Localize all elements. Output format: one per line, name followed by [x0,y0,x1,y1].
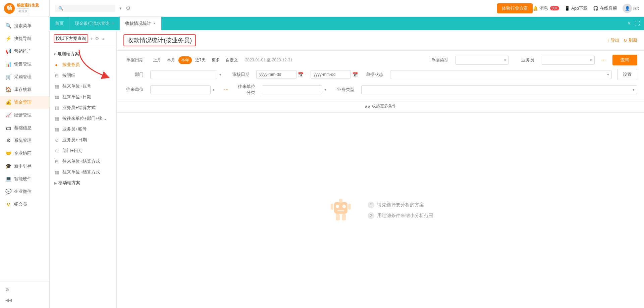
user-area[interactable]: 👤 Rit [623,4,639,13]
svg-point-1 [336,205,339,208]
sidebar-item-marketing-label: 营销推广 [14,48,32,54]
date-tab-7days[interactable]: 近7天 [193,56,208,64]
bank-tab-label: 现金银行流水查询 [75,20,110,27]
panel-add-btn[interactable]: + [90,36,93,41]
sidebar-item-quick-nav[interactable]: ⚡ 快捷导航 [0,32,49,45]
tree-item-unit-settle-label: 往来单位+结算方式 [62,158,100,164]
sidebar-item-operation[interactable]: 📈 经营管理 [0,109,49,121]
partner-class-select-wrap [262,85,329,94]
tree-item-unit-dept[interactable]: ▦ 按往来单位+部门+收... [50,113,116,124]
sidebar-item-corp[interactable]: 🤝 企业协同 [0,147,49,160]
query-btn[interactable]: 查询 [612,55,637,65]
review-date-start[interactable] [256,70,297,79]
sidebar-collapse-btn[interactable]: ◀◀ [0,295,49,305]
settings-btn-area: 设置 [617,69,637,80]
tab-fullscreen-btn[interactable]: ⛶ [635,20,640,27]
collapse-label: 收起更多条件 [372,103,396,109]
sidebar-item-vip-label: 畅会员 [14,201,27,207]
sidebar-item-hardware[interactable]: 💻 智能硬件 [0,172,49,185]
date-tab-more[interactable]: 更多 [209,56,222,64]
staff-more-btn[interactable]: ··· [600,57,607,63]
tree-item-unit-settle[interactable]: ⊞ 往来单位+结算方式 [50,156,116,167]
online-service-btn[interactable]: 🎧 在线客服 [593,5,617,11]
collection-tab-close[interactable]: × [153,21,156,26]
svg-rect-6 [348,204,351,210]
tree-item-us-icon: ⊞ [55,159,60,164]
tree-item-staff-settle[interactable]: ▥ 业务员+结算方式 [50,102,116,113]
logo-badge: 标准版 [17,8,29,14]
quick-nav-icon: ⚡ [5,36,11,42]
tree-item-dept-date[interactable]: ⊙ 部门+日期 [50,145,116,156]
tree-item-by-staff[interactable]: ● 按业务员 [50,59,116,70]
sidebar-item-basic[interactable]: 🗃 基础信息 [0,121,49,134]
tree-item-unit-date[interactable]: ▦ 往来单位+日期 [50,92,116,102]
sidebar-settings-btn[interactable]: ⚙ [0,285,49,295]
partner-select[interactable] [150,85,211,94]
date-tab-this-year[interactable]: 本年 [178,56,192,64]
date-tab-this-month[interactable]: 本月 [164,56,178,64]
sidebar-item-vip[interactable]: V 畅会员 [0,198,49,211]
partner-class-select[interactable] [262,85,322,94]
sidebar-item-system[interactable]: ⚙ 系统管理 [0,134,49,147]
sidebar-item-marketing[interactable]: 📢 营销推广 [0,45,49,58]
query-btn-area: 查询 [612,55,637,65]
date-tab-custom[interactable]: 自定义 [223,56,240,64]
tab-collection[interactable]: 收款情况统计 × [120,17,161,30]
collapse-bottom-icon: ◀◀ [5,298,12,303]
refresh-btn[interactable]: ↻ 刷新 [624,37,637,43]
date-tab-last-month[interactable]: 上月 [150,56,164,64]
panel-collapse-btn[interactable]: « [101,36,104,41]
sidebar-item-guide[interactable]: 🎓 新手引导 [0,160,49,172]
topbar-search-area[interactable]: 🔍 [55,5,115,12]
tab-bank[interactable]: 现金银行流水查询 × [69,17,120,30]
sidebar-item-inventory[interactable]: 🏠 库存核算 [0,83,49,96]
tab-close-all-btn[interactable]: × [628,20,631,27]
topbar-settings-icon[interactable]: ⚙ [126,5,130,11]
topbar-left: 🔍 ▾ ⚙ [55,5,130,12]
tree-item-unit-settle2[interactable]: ▦ 往来单位+结算方式 [50,167,116,177]
partner-more-btn[interactable]: ··· [223,87,230,93]
tree-item-unit-account[interactable]: ▦ 往来单位+账号 [50,81,116,92]
tree-item-staff-date[interactable]: ⊙ 业务员+日期 [50,135,116,145]
sidebar-item-purchase[interactable]: 🛒 采购管理 [0,70,49,83]
sidebar-item-sales[interactable]: 📊 销售管理 [0,58,49,70]
tree-group-desktop-label: 电脑端方案 [57,51,79,57]
review-date-end[interactable] [311,70,351,79]
trial-btn[interactable]: 体验行业方案 [497,3,533,13]
service-icon: 🎧 [593,6,598,11]
content-area: 按以下方案查询 + ⚙ « ▾ 电脑端方案 ● 按业务员 ⊞ 按明细 ▦ 往来 [50,30,644,308]
doc-type-select[interactable] [455,56,509,65]
bank-tab-close[interactable]: × [112,21,114,26]
app-download-btn[interactable]: 📱 App下载 [565,5,588,11]
dept-select[interactable] [150,70,217,79]
tree-item-ss-icon: ▥ [55,105,60,110]
tab-home[interactable]: 首页 [50,17,69,30]
doc-status-select[interactable] [390,70,612,79]
dept-label: 部门 [123,71,144,78]
doc-status-label: 单据状态 [363,71,383,78]
notification-btn[interactable]: 🔔 消息 99+ [533,5,559,11]
staff-select[interactable] [541,56,595,65]
date-range-text: 2023-01-01 至 2023-12-31 [245,57,292,63]
sidebar-item-finance[interactable]: 💰 资金管理 [0,96,49,109]
tree-group-mobile[interactable]: ▶ 移动端方案 [50,177,116,188]
tree-item-by-detail[interactable]: ⊞ 按明细 [50,70,116,81]
panel-settings-btn[interactable]: ⚙ [95,36,99,41]
empty-tip-2: 2 用过滤条件来缩小分析范围 [368,212,433,219]
tree-item-unit-account-label: 往来单位+账号 [62,83,91,89]
tree-item-us2-icon: ▦ [55,170,60,175]
empty-area: 1 请先选择要分析的方案 2 用过滤条件来缩小分析范围 [117,113,644,308]
biz-type-select[interactable] [361,85,637,94]
tree-item-staff-account[interactable]: ▦ 业务员+账号 [50,124,116,135]
svg-rect-4 [339,199,342,203]
sidebar-item-wechat[interactable]: 💬 企业微信 [0,185,49,198]
tree-group-desktop[interactable]: ▾ 电脑端方案 [50,49,116,59]
export-btn[interactable]: ↑ 导出 [607,37,620,43]
download-icon: 📱 [565,6,570,11]
settings-btn[interactable]: 设置 [617,69,637,80]
sidebar-item-search[interactable]: 🔍 搜索菜单 [0,19,49,32]
cal-icon-2: 📅 [352,72,358,77]
tree-item-ua-icon: ▦ [55,84,60,89]
collapse-bar[interactable]: ∧∧ 收起更多条件 [117,100,644,113]
bell-icon: 🔔 [533,6,538,11]
